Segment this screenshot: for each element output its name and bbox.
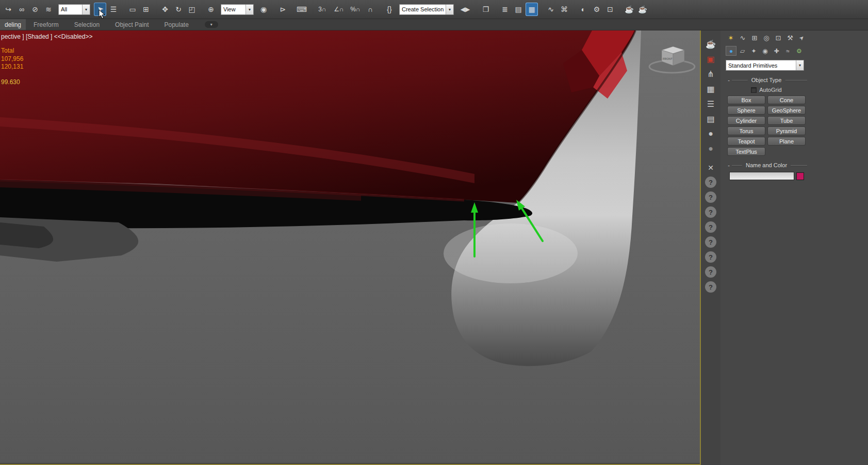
tab-create-icon[interactable]: ✶ bbox=[726, 33, 736, 42]
named-selection-sets-dropdown[interactable]: Create Selection Se ▾ bbox=[399, 4, 454, 15]
checker-icon[interactable]: ▦ bbox=[703, 83, 718, 95]
red-box-icon[interactable]: ▣ bbox=[703, 53, 718, 65]
question-icon[interactable]: ? bbox=[705, 221, 716, 233]
collapse-icon[interactable]: - bbox=[726, 77, 732, 84]
tab-hierarchy-icon[interactable]: ⊞ bbox=[749, 33, 760, 42]
object-type-button[interactable]: Sphere bbox=[727, 106, 765, 115]
question-icon[interactable]: ? bbox=[705, 236, 716, 248]
rectangular-selection-region-icon[interactable]: ▭ bbox=[126, 3, 139, 16]
autogrid-checkbox[interactable] bbox=[751, 87, 757, 93]
render-setup-icon[interactable]: ⚙ bbox=[591, 3, 603, 16]
tab-modify-icon[interactable]: ∿ bbox=[738, 33, 748, 42]
tab-display-icon[interactable]: ⊡ bbox=[773, 33, 783, 42]
object-type-rollout-header[interactable]: - Object Type bbox=[726, 77, 807, 84]
category-geometry-icon[interactable]: ● bbox=[726, 46, 736, 56]
select-and-link-icon[interactable]: ∞ bbox=[15, 3, 28, 16]
question-icon[interactable]: ? bbox=[705, 191, 716, 203]
select-and-scale-icon[interactable]: ◰ bbox=[186, 3, 198, 16]
sphere-icon[interactable]: ● bbox=[703, 127, 718, 140]
render-production-icon[interactable]: ☕ bbox=[623, 3, 635, 16]
object-type-button[interactable]: Plane bbox=[767, 137, 806, 146]
select-and-move-icon[interactable]: ✥ bbox=[159, 3, 171, 16]
rollout-title: Object Type bbox=[748, 77, 785, 83]
bind-to-space-warp-icon[interactable]: ≋ bbox=[42, 3, 55, 16]
viewport-label[interactable]: pective ] [Shaded ] <<Disabled>> bbox=[1, 33, 92, 40]
create-arrow-icon[interactable]: ➤ bbox=[797, 33, 807, 42]
material-editor-icon[interactable]: ◐ bbox=[577, 3, 589, 16]
category-shapes-icon[interactable]: ▱ bbox=[737, 46, 748, 56]
chevron-down-icon[interactable]: ▾ bbox=[245, 5, 253, 14]
object-type-button[interactable]: Cone bbox=[767, 95, 806, 104]
primitive-type-value: Standard Primitives bbox=[726, 62, 796, 69]
chevron-down-icon[interactable]: ▾ bbox=[446, 5, 453, 14]
primitive-type-dropdown[interactable]: Standard Primitives ▾ bbox=[726, 60, 804, 71]
category-helpers-icon[interactable]: ✚ bbox=[771, 46, 782, 56]
perspective-viewport[interactable]: FRONT pective ] [Shaded ] <<Disabled>> T… bbox=[0, 30, 701, 465]
ribbon-flyout-button[interactable]: ▾ bbox=[205, 21, 218, 28]
select-and-manipulate-icon[interactable]: ⊳ bbox=[276, 3, 289, 16]
chevron-down-icon[interactable]: ▾ bbox=[796, 60, 804, 70]
object-type-button[interactable]: Teapot bbox=[727, 137, 765, 146]
name-color-rollout-header[interactable]: - Name and Color bbox=[726, 162, 807, 169]
mouse-cursor bbox=[99, 9, 105, 21]
select-and-place-icon[interactable]: ⊕ bbox=[205, 3, 217, 16]
layers-icon[interactable]: ☰ bbox=[703, 98, 718, 110]
command-panel-tabs: ✶ ∿ ⊞ ◎ ⊡ ⚒ ➤ bbox=[726, 33, 807, 42]
collapse-icon[interactable]: - bbox=[726, 163, 732, 169]
object-name-input[interactable] bbox=[729, 172, 794, 180]
question-icon[interactable]: ? bbox=[705, 177, 716, 188]
ribbon-tab[interactable]: Object Paint bbox=[107, 19, 156, 30]
ribbon-tab[interactable]: deling bbox=[0, 19, 26, 30]
object-type-button[interactable]: Cylinder bbox=[727, 116, 765, 125]
object-type-button[interactable]: Box bbox=[727, 95, 765, 104]
ribbon-tab[interactable]: Freeform bbox=[26, 19, 67, 30]
chevron-down-icon[interactable]: ▾ bbox=[82, 5, 90, 14]
snaps-toggle-3d-icon[interactable]: 3∩ bbox=[315, 3, 330, 16]
category-systems-icon[interactable]: ⚙ bbox=[794, 46, 805, 56]
toggle-ribbon-icon[interactable]: ▤ bbox=[512, 3, 525, 16]
reference-coordinate-dropdown[interactable]: View ▾ bbox=[221, 4, 254, 15]
toggle-scene-explorer-icon[interactable]: ▦ bbox=[526, 3, 538, 16]
schematic-view-icon[interactable]: ⌘ bbox=[558, 3, 570, 16]
mirror-icon[interactable]: ◀▶ bbox=[457, 3, 473, 16]
selection-filter-dropdown[interactable]: All ▾ bbox=[58, 4, 90, 15]
close-icon[interactable]: ✕ bbox=[703, 162, 718, 174]
object-type-button[interactable]: TextPlus bbox=[727, 147, 765, 156]
angle-snap-icon[interactable]: ∠∩ bbox=[331, 3, 347, 16]
question-icon[interactable]: ? bbox=[705, 281, 716, 293]
unlink-selection-icon[interactable]: ⊘ bbox=[29, 3, 41, 16]
bricks-icon[interactable]: ▤ bbox=[703, 113, 718, 125]
curve-editor-icon[interactable]: ∿ bbox=[545, 3, 557, 16]
redo-icon[interactable]: ↪ bbox=[2, 3, 14, 16]
ribbon-tab[interactable]: Populate bbox=[156, 19, 196, 30]
object-type-button[interactable]: Pyramid bbox=[767, 126, 806, 135]
select-and-rotate-icon[interactable]: ↻ bbox=[172, 3, 185, 16]
layer-explorer-icon[interactable]: ≣ bbox=[499, 3, 511, 16]
object-type-button[interactable]: Torus bbox=[727, 126, 765, 135]
select-by-name-icon[interactable]: ☰ bbox=[107, 3, 120, 16]
keyboard-override-icon[interactable]: ⌨ bbox=[296, 3, 308, 16]
name-color-rollout: - Name and Color bbox=[726, 162, 807, 180]
teapot-icon[interactable]: ☕ bbox=[703, 38, 718, 50]
category-lights-icon[interactable]: ✦ bbox=[748, 46, 759, 56]
object-color-swatch[interactable] bbox=[796, 172, 804, 180]
window-crossing-icon[interactable]: ⊞ bbox=[140, 3, 152, 16]
edit-named-selection-sets-icon[interactable]: {} bbox=[383, 3, 396, 16]
rendered-frame-window-icon[interactable]: ⊡ bbox=[604, 3, 616, 16]
dark-sphere-icon[interactable]: ● bbox=[703, 142, 718, 155]
tab-utilities-icon[interactable]: ⚒ bbox=[785, 33, 795, 42]
tab-motion-icon[interactable]: ◎ bbox=[761, 33, 772, 42]
align-icon[interactable]: ❐ bbox=[480, 3, 492, 16]
category-spacewarps-icon[interactable]: ≈ bbox=[782, 46, 793, 56]
hierarchy-icon[interactable]: ⋔ bbox=[703, 68, 718, 80]
percent-snap-icon[interactable]: %∩ bbox=[348, 3, 363, 16]
object-type-button[interactable]: Tube bbox=[767, 116, 806, 125]
render-flyout-icon[interactable]: ☕ bbox=[636, 3, 649, 16]
category-cameras-icon[interactable]: ◉ bbox=[760, 46, 771, 56]
spinner-snap-icon[interactable]: ∩ bbox=[364, 3, 376, 16]
question-icon[interactable]: ? bbox=[705, 266, 716, 278]
question-icon[interactable]: ? bbox=[705, 206, 716, 218]
use-pivot-center-icon[interactable]: ◉ bbox=[257, 3, 270, 16]
question-icon[interactable]: ? bbox=[705, 251, 716, 263]
object-type-button[interactable]: GeoSphere bbox=[767, 106, 806, 115]
